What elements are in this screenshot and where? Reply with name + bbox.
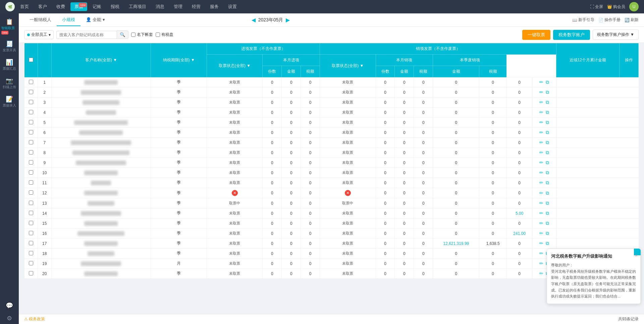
row-checkbox[interactable] <box>29 180 33 185</box>
row-checkbox[interactable] <box>29 211 33 215</box>
month12-link[interactable]: 241.00 <box>513 231 526 236</box>
sidebar-item-config[interactable]: ⚙ <box>0 313 19 324</box>
month12-link[interactable]: 5.00 <box>516 211 523 216</box>
copy-icon[interactable]: ⧉ <box>546 150 549 155</box>
row-checkbox[interactable] <box>29 261 33 265</box>
tab-all[interactable]: 👤 全能 ▾ <box>80 14 110 26</box>
named-account-checkbox[interactable] <box>131 33 136 37</box>
edit-icon[interactable]: ✏ <box>539 220 543 226</box>
cell-check[interactable] <box>24 128 38 138</box>
employee-selector[interactable]: 全部员工 ▾ <box>24 30 54 39</box>
edit-icon[interactable]: ✏ <box>539 210 543 216</box>
cell-check[interactable] <box>24 229 38 239</box>
copy-icon[interactable]: ⧉ <box>546 160 549 165</box>
row-checkbox[interactable] <box>29 241 33 245</box>
cell-check[interactable] <box>24 249 38 259</box>
th-out-status[interactable]: 取票状态(全部) ▼ <box>320 55 376 77</box>
copy-icon[interactable]: ⧉ <box>546 89 549 95</box>
select-all-checkbox[interactable] <box>29 58 33 62</box>
row-checkbox[interactable] <box>29 231 33 235</box>
copy-icon[interactable]: ⧉ <box>546 110 549 115</box>
cell-check[interactable] <box>24 98 38 108</box>
row-checkbox[interactable] <box>29 170 33 175</box>
th-in-status[interactable]: 取票状态(全部) ▼ <box>207 55 262 77</box>
edit-icon[interactable]: ✏ <box>539 150 543 155</box>
copy-icon[interactable]: ⧉ <box>546 120 549 125</box>
checkbox-tax-disk[interactable]: 有税盘 <box>156 32 173 38</box>
row-checkbox[interactable] <box>29 271 33 275</box>
copy-icon[interactable]: ⧉ <box>546 200 549 206</box>
checkbox-named-account[interactable]: 名下帐套 <box>131 32 153 38</box>
copy-icon[interactable]: ⧉ <box>546 180 549 185</box>
nav-message[interactable]: 消息 <box>152 2 168 11</box>
nav-tax[interactable]: 报税 <box>107 2 123 11</box>
manual-btn[interactable]: 📄 操作手册 <box>598 17 621 23</box>
copy-icon[interactable]: ⧉ <box>546 170 549 175</box>
row-checkbox[interactable] <box>29 160 33 165</box>
fullscreen-btn[interactable]: ⛶ 全屏 <box>590 4 603 10</box>
cell-check[interactable] <box>24 108 38 118</box>
edit-icon[interactable]: ✏ <box>539 140 543 145</box>
cell-check[interactable] <box>24 138 38 148</box>
copy-icon[interactable]: ⧉ <box>546 79 549 85</box>
row-checkbox[interactable] <box>29 80 33 84</box>
cell-check[interactable] <box>24 208 38 218</box>
cell-check[interactable] <box>24 118 38 128</box>
copy-icon[interactable]: ⧉ <box>546 130 549 135</box>
sidebar-item-message[interactable]: 💬 <box>0 300 19 311</box>
avatar[interactable]: U <box>629 2 639 11</box>
edit-icon[interactable]: ✏ <box>539 110 543 115</box>
copy-icon[interactable]: ⧉ <box>546 100 549 105</box>
nav-manage[interactable]: 管理 <box>170 2 186 11</box>
cell-check[interactable] <box>24 178 38 188</box>
copy-icon[interactable]: ⧉ <box>546 220 549 226</box>
tab-general-taxpayer[interactable]: 一般纳税人 <box>24 14 57 26</box>
copy-icon[interactable]: ⧉ <box>546 210 549 216</box>
copy-icon[interactable]: ⧉ <box>546 241 549 246</box>
row-checkbox[interactable] <box>29 150 33 154</box>
nav-home[interactable]: 首页 <box>16 2 33 11</box>
nav-invoice[interactable]: 票据 new <box>70 2 87 11</box>
digital-account-ops-btn[interactable]: 税务数字账户操作 ▼ <box>593 29 639 40</box>
cell-check[interactable] <box>24 168 38 178</box>
edit-icon[interactable]: ✏ <box>539 100 543 105</box>
edit-icon[interactable]: ✏ <box>539 180 543 185</box>
copy-icon[interactable]: ⧉ <box>546 190 549 196</box>
row-checkbox[interactable] <box>29 140 33 144</box>
row-checkbox[interactable] <box>29 201 33 205</box>
nav-service[interactable]: 服务 <box>206 2 223 11</box>
row-checkbox[interactable] <box>29 190 33 195</box>
cell-check[interactable] <box>24 198 38 208</box>
cell-check[interactable] <box>24 218 38 229</box>
edit-icon[interactable]: ✏ <box>539 261 543 266</box>
tax-policy-link[interactable]: ⚠ 税务政策 <box>24 316 45 322</box>
edit-icon[interactable]: ✏ <box>539 170 543 175</box>
nav-business[interactable]: 工商项目 <box>125 2 150 11</box>
edit-icon[interactable]: ✏ <box>539 89 543 95</box>
edit-icon[interactable]: ✏ <box>539 120 543 125</box>
nav-settings[interactable]: 设置 <box>224 2 241 11</box>
edit-icon[interactable]: ✏ <box>539 241 543 246</box>
cell-check[interactable] <box>24 259 38 269</box>
edit-icon[interactable]: ✏ <box>539 190 543 196</box>
season-amount-link[interactable]: 12,621,319.99 <box>443 241 469 246</box>
row-checkbox[interactable] <box>29 100 33 104</box>
edit-icon[interactable]: ✏ <box>539 160 543 165</box>
copy-icon[interactable]: ⧉ <box>546 140 549 145</box>
tab-small-scale[interactable]: 小规模 <box>57 14 80 26</box>
member-btn[interactable]: 👑 购会员 <box>607 4 625 10</box>
edit-icon[interactable]: ✏ <box>539 231 543 236</box>
row-checkbox[interactable] <box>29 120 33 124</box>
tax-disk-checkbox[interactable] <box>156 33 160 37</box>
row-checkbox[interactable] <box>29 90 33 94</box>
nav-accounting[interactable]: 记账 <box>89 2 105 11</box>
refresh-btn[interactable]: 🔄 刷新 <box>625 17 639 23</box>
sidebar-item-smart-invoice[interactable]: 📋 智能取票 new <box>0 16 19 37</box>
nav-billing[interactable]: 收费 <box>52 2 69 11</box>
next-month-btn[interactable]: ▶ <box>286 17 290 23</box>
sidebar-item-scan-upload[interactable]: 📷 扫描上传 <box>0 75 19 92</box>
digital-account-btn[interactable]: 税务数字账户 <box>553 30 590 40</box>
cell-check[interactable] <box>24 148 38 158</box>
row-checkbox[interactable] <box>29 251 33 255</box>
sidebar-item-invoice-entry[interactable]: 📝 票据录入 <box>0 93 19 111</box>
